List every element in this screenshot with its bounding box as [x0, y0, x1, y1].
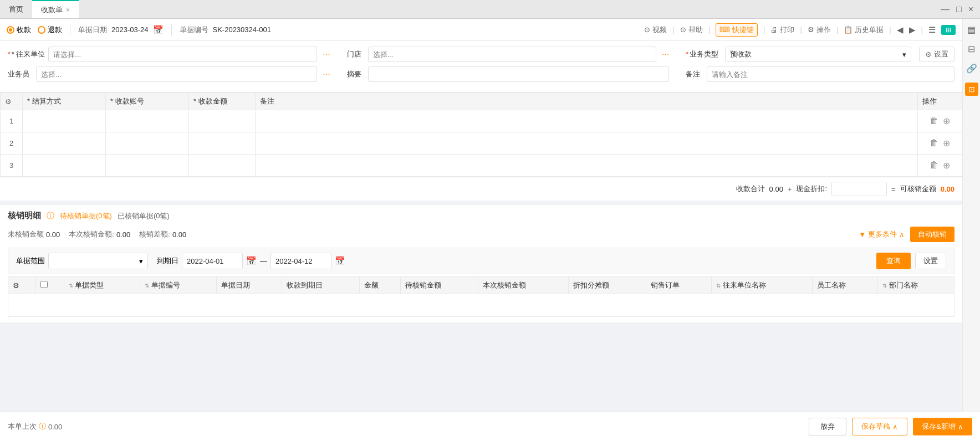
- counterpart-input[interactable]: [48, 47, 317, 62]
- nav-left-icon[interactable]: ◀: [897, 25, 904, 35]
- pending-tab[interactable]: 待核销单据(0笔): [60, 211, 112, 221]
- row-num: 3: [1, 155, 23, 177]
- tab-home[interactable]: 首页: [0, 0, 32, 18]
- th-account: * 收款账号: [106, 93, 189, 110]
- copy-icon[interactable]: ⊕: [943, 138, 950, 148]
- copy-icon[interactable]: ⊕: [943, 160, 950, 171]
- store-input[interactable]: [368, 47, 656, 62]
- remark-cell[interactable]: [256, 110, 918, 132]
- shortcut-action[interactable]: ⌨ 快捷键: [716, 23, 758, 37]
- salesperson-more-icon[interactable]: ···: [323, 69, 330, 79]
- radio-receive[interactable]: 收款: [7, 25, 31, 35]
- select-all-checkbox[interactable]: [40, 281, 48, 288]
- save-new-button[interactable]: 保存&新增 ∧: [913, 418, 972, 435]
- remark-cell[interactable]: [256, 132, 918, 155]
- table-gear-icon[interactable]: ⚙: [5, 98, 12, 106]
- maximize-button[interactable]: □: [956, 4, 962, 14]
- cal-from-icon[interactable]: 📅: [246, 256, 257, 266]
- done-tab[interactable]: 已核销单据(0笔): [118, 211, 170, 221]
- right-inbox-icon[interactable]: ⊟: [968, 44, 975, 54]
- account-cell[interactable]: [106, 155, 189, 177]
- right-table-icon[interactable]: ▤: [967, 24, 976, 35]
- date-to-input[interactable]: [270, 253, 331, 269]
- date-from-input[interactable]: [182, 253, 243, 269]
- filter-row: 单据范围 ▾ 到期日 📅 — 📅 查询 设置: [8, 248, 955, 274]
- operation-action[interactable]: ⚙ 操作: [808, 25, 831, 35]
- divider-2: [171, 24, 172, 35]
- settle-cell[interactable]: [23, 132, 106, 155]
- remark-field: 备注: [686, 66, 955, 82]
- verify-title: 核销明细 ⓘ 待核销单据(0笔) 已核销单据(0笔): [8, 211, 955, 221]
- summary-input[interactable]: [368, 66, 670, 82]
- nav-right-icon[interactable]: ▶: [909, 25, 916, 35]
- delete-icon[interactable]: 🗑: [930, 138, 938, 148]
- net-label: 可核销金额: [900, 184, 936, 194]
- th-gear: ⚙: [1, 93, 23, 110]
- calendar-icon[interactable]: 📅: [153, 25, 164, 35]
- summary-label: 摘要: [347, 69, 361, 79]
- diff-label: 核销差额:: [139, 229, 170, 239]
- tab-home-label: 首页: [9, 4, 23, 14]
- current-value: 0.00: [116, 230, 130, 239]
- minimize-button[interactable]: —: [941, 4, 950, 14]
- operation-label: 操作: [816, 25, 831, 35]
- delete-icon[interactable]: 🗑: [930, 116, 938, 126]
- radio-receive-dot: [7, 26, 14, 34]
- print-action[interactable]: 🖨 打印: [770, 25, 794, 35]
- delete-icon[interactable]: 🗑: [930, 160, 938, 171]
- amount-cell[interactable]: [189, 110, 256, 132]
- list-icon[interactable]: ☰: [928, 25, 936, 35]
- radio-receive-label: 收款: [17, 25, 31, 35]
- right-link-icon[interactable]: 🔗: [966, 63, 977, 74]
- discount-input[interactable]: [831, 182, 887, 196]
- settings-button[interactable]: ⚙ 设置: [919, 47, 955, 62]
- filter-actions: 查询 设置: [876, 253, 946, 269]
- counterpart-more-icon[interactable]: ···: [323, 49, 330, 59]
- cal-to-icon[interactable]: 📅: [335, 256, 345, 266]
- history-action[interactable]: 📋 历史单据: [844, 25, 884, 35]
- amount-cell[interactable]: [189, 132, 256, 155]
- summary-row: 收款合计 0.00 + 现金折扣: = 可核销金额 0.00: [0, 177, 962, 201]
- salesperson-input[interactable]: [36, 66, 317, 82]
- verify-info-icon[interactable]: ⓘ: [47, 211, 54, 221]
- video-action[interactable]: ⊙ 视频: [644, 25, 667, 35]
- op-cell: 🗑 ⊕: [918, 132, 962, 155]
- number-label: 单据编号: [180, 25, 208, 35]
- right-expand-icon[interactable]: ⊡: [965, 83, 978, 96]
- verify-section: 核销明细 ⓘ 待核销单据(0笔) 已核销单据(0笔) 未核销金额 0.00 本次…: [0, 205, 962, 322]
- abandon-button[interactable]: 放弃: [809, 418, 846, 435]
- settle-cell[interactable]: [23, 155, 106, 177]
- help-action[interactable]: ⊙ 帮助: [680, 25, 703, 35]
- account-cell[interactable]: [106, 132, 189, 155]
- grid-icon[interactable]: ⊞: [941, 25, 956, 35]
- bottom-gear-icon[interactable]: ⚙: [13, 281, 19, 290]
- more-conditions[interactable]: ▼ 更多条件 ∧: [859, 229, 905, 239]
- salesperson-label: 业务员: [8, 69, 29, 79]
- close-button[interactable]: ×: [968, 4, 973, 14]
- store-more-icon[interactable]: ···: [662, 49, 669, 59]
- settle-cell[interactable]: [23, 110, 106, 132]
- sort-unit-icon: ⇅: [716, 283, 721, 289]
- filter-settings-button[interactable]: 设置: [915, 253, 946, 269]
- auto-verify-button[interactable]: 自动核销: [910, 227, 955, 242]
- amount-cell[interactable]: [189, 155, 256, 177]
- verify-title-text: 核销明细: [8, 211, 41, 221]
- save-draft-button[interactable]: 保存草稿 ∧: [852, 418, 907, 435]
- form-area: * * 往来单位 ··· 门店 ··· *业务类型 预收款 ▾: [0, 41, 962, 93]
- copy-icon[interactable]: ⊕: [943, 116, 950, 126]
- divider-1: [70, 24, 70, 35]
- range-select[interactable]: ▾: [48, 253, 148, 269]
- remark-cell[interactable]: [256, 155, 918, 177]
- account-cell[interactable]: [106, 110, 189, 132]
- row-num: 1: [1, 110, 23, 132]
- business-type-select[interactable]: 预收款 ▾: [725, 47, 911, 62]
- main-content: 收款 退款 单据日期 2023-03-24 📅 单据编号 SK-20230324…: [0, 19, 962, 419]
- tab-active[interactable]: 收款单 ×: [32, 0, 79, 18]
- remark-input[interactable]: [707, 66, 955, 82]
- operation-icon: ⚙: [808, 25, 814, 34]
- query-button[interactable]: 查询: [876, 253, 911, 269]
- radio-refund[interactable]: 退款: [38, 25, 62, 35]
- th-amount: * 收款金额: [189, 93, 256, 110]
- this-order-info-icon[interactable]: ⓘ: [39, 422, 46, 432]
- tab-close-icon[interactable]: ×: [66, 6, 70, 14]
